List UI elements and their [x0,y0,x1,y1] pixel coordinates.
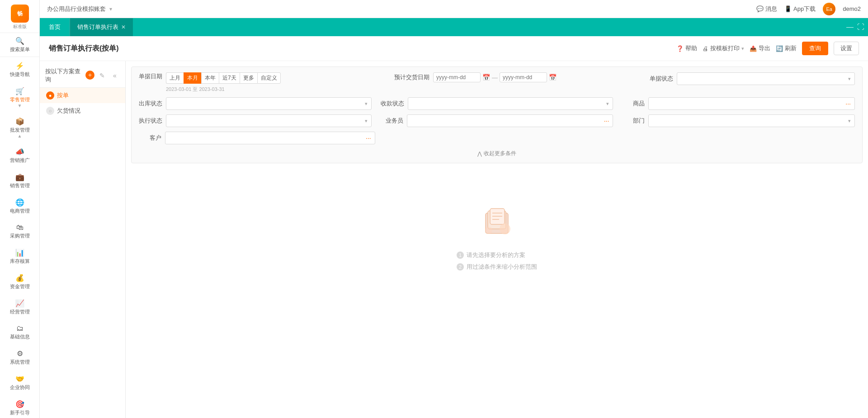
filter-edit-icon[interactable]: ✎ [97,71,107,81]
finance-icon: 💰 [15,274,24,282]
tab-minimize-icon[interactable]: — [846,23,854,31]
customer-input[interactable]: ··· [165,132,375,144]
sidebar-item-enterprise[interactable]: 🤝 企业协同 [0,370,39,395]
date-label: 单据日期 [139,72,162,81]
date-tab-more[interactable]: 更多 [240,72,257,84]
date-range-sep: — [492,74,498,81]
sidebar-item-purchase[interactable]: 🛍 采购管理 [0,219,39,244]
sidebar-item-marketing[interactable]: 📣 营销推广 [0,143,39,168]
app-download-action[interactable]: 📱 App下载 [784,5,816,13]
conditions-row-2: 出库状态 ▾ 收款状态 ▾ [139,97,855,110]
out-status-select[interactable]: ▾ [166,97,372,110]
date-condition: 单据日期 上月 本月 本年 近7天 更多 自定义 [139,72,385,93]
print-dropdown-icon: ▾ [741,46,744,52]
operations-icon: 📈 [15,299,24,308]
customer-label: 客户 [139,134,161,142]
sidebar-item-newbie[interactable]: 🎯 新手引导 [0,395,39,418]
date-tabs-row: 上月 本月 本年 近7天 更多 自定义 [166,72,281,84]
left-filter-panel: 按以下方案查询 ＋ ✎ « ● 按单 ○ 欠货情况 [40,61,126,418]
expected-date-to-input[interactable] [500,72,547,82]
exec-status-chevron-icon: ▾ [365,118,368,124]
customer-dots-icon[interactable]: ··· [366,134,371,142]
filter-item-按单[interactable]: ● 按单 [40,88,125,103]
message-action[interactable]: 💬 消息 [756,5,777,13]
help-button[interactable]: ❓ 帮助 [676,44,697,52]
export-button[interactable]: 📤 导出 [750,44,770,52]
date-tab-custom[interactable]: 自定义 [257,72,281,84]
sidebar-item-basic[interactable]: 🗂 基础信息 [0,320,39,345]
recv-status-select[interactable]: ▾ [408,97,613,110]
goods-dots-icon[interactable]: ··· [845,100,851,107]
page-content: 销售订单执行表(按单) ❓ 帮助 🖨 按模板打印 ▾ 📤 导出 [40,36,868,418]
conditions-row-1: 单据日期 上月 本月 本年 近7天 更多 自定义 [139,72,855,93]
page-header: 销售订单执行表(按单) ❓ 帮助 🖨 按模板打印 ▾ 📤 导出 [40,36,868,61]
page-header-actions: ❓ 帮助 🖨 按模板打印 ▾ 📤 导出 🔄 刷新 [676,42,859,55]
date-tab-7days[interactable]: 近7天 [219,72,240,84]
topbar-left: 办公用品行业模拟账套 ▾ [47,5,112,13]
main-area: 办公用品行业模拟账套 ▾ 💬 消息 📱 App下载 Ea demo2 首页 销售… [40,0,868,418]
wholesale-arrow-icon: ▲ [18,133,22,138]
logo-icon[interactable]: 畅 [11,5,29,23]
exec-status-condition: 执行状态 ▾ [139,114,372,127]
filter-item-欠货情况[interactable]: ○ 欠货情况 [40,103,125,119]
sidebar-item-finance[interactable]: 💰 资金管理 [0,269,39,294]
retail-icon: 🛒 [15,87,24,95]
tab-expand-icon[interactable]: ⛶ [857,23,864,31]
sidebar-item-quick-nav[interactable]: ⚡ 快捷导航 [0,57,39,82]
conditions-row-4: 客户 ··· [139,132,375,144]
sidebar-item-operations[interactable]: 📈 经营管理 [0,294,39,320]
salesperson-dots-icon[interactable]: ··· [604,117,609,124]
expected-date-from-input[interactable] [433,72,481,82]
filter-collapse-icon[interactable]: « [110,71,120,81]
sidebar-item-sales[interactable]: 💼 销售管理 [0,168,39,194]
conditions-row-3: 执行状态 ▾ 业务员 ··· [139,114,855,127]
print-button[interactable]: 🖨 按模板打印 ▾ [703,44,744,52]
goods-label: 商品 [622,100,645,108]
topbar-dropdown-icon[interactable]: ▾ [109,6,112,12]
refresh-button[interactable]: 🔄 刷新 [776,44,797,52]
help-icon: ❓ [676,45,684,52]
avatar[interactable]: Ea [823,3,835,15]
svg-point-7 [485,227,492,234]
tab-home[interactable]: 首页 [40,18,70,36]
date-tab-this-year[interactable]: 本年 [201,72,219,84]
collapse-button[interactable]: ⋀ 收起更多条件 [477,150,516,157]
goods-input[interactable]: ··· [648,97,855,110]
sidebar-logo: 畅 标准版 [0,0,39,33]
sidebar-search[interactable]: 🔍 搜索菜单 [0,33,39,57]
salesperson-input[interactable]: ··· [407,114,613,127]
purchase-icon: 🛍 [16,223,24,232]
status-select[interactable]: ▾ [677,72,855,85]
page-panel: 销售订单执行表(按单) ❓ 帮助 🖨 按模板打印 ▾ 📤 导出 [40,36,868,418]
salesperson-condition: 业务员 ··· [381,114,613,127]
sidebar-item-inventory[interactable]: 📊 库存核算 [0,244,39,269]
system-icon: ⚙ [17,349,23,358]
dept-condition: 部门 ▾ [622,114,855,127]
inventory-icon: 📊 [15,248,24,257]
dept-select[interactable]: ▾ [648,114,855,127]
date-tab-last-month[interactable]: 上月 [166,72,184,84]
tab-close-icon[interactable]: ✕ [121,24,126,30]
settings-button[interactable]: 设置 [834,42,859,55]
sidebar-item-system[interactable]: ⚙ 系统管理 [0,345,39,370]
sidebar-item-retail[interactable]: 🛒 零售管理 ▼ [0,82,39,113]
exec-status-select[interactable]: ▾ [166,114,372,127]
sidebar-item-ecommerce[interactable]: 🌐 电商管理 [0,194,39,219]
download-icon: 📱 [784,5,792,12]
filter-header: 按以下方案查询 ＋ ✎ « [40,66,125,87]
search-button[interactable]: 查询 [802,42,828,55]
right-content: 单据日期 上月 本月 本年 近7天 更多 自定义 [126,61,868,418]
filter-title: 按以下方案查询 [45,67,85,84]
empty-tip-2: 2 用过滤条件来缩小分析范围 [457,261,537,273]
sidebar-item-wholesale[interactable]: 📦 批发管理 ▲ [0,113,39,143]
status-condition: 单据状态 ▾ [650,72,855,85]
wholesale-icon: 📦 [15,117,24,126]
sales-icon: 💼 [15,173,24,181]
tab-sales-exec[interactable]: 销售订单执行表 ✕ [70,18,133,36]
main-body: 按以下方案查询 ＋ ✎ « ● 按单 ○ 欠货情况 [40,61,868,418]
collapse-row: ⋀ 收起更多条件 [139,147,855,157]
message-icon: 💬 [756,5,764,12]
date-tab-this-month[interactable]: 本月 [184,72,201,84]
filter-add-icon[interactable]: ＋ [85,71,94,80]
empty-state-icon [479,204,515,240]
